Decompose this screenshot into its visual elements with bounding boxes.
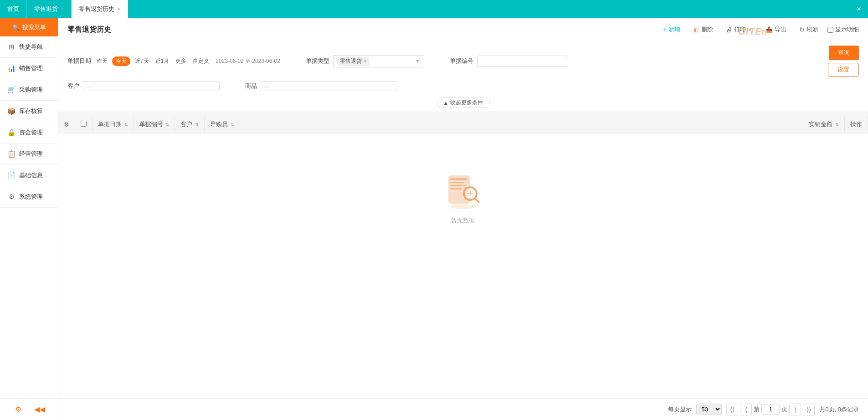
tab-retail-return[interactable]: 零售退货 × (27, 0, 72, 18)
show-detail-checkbox[interactable] (827, 27, 833, 33)
sidebar-item-quick-nav[interactable]: ⊞ 快捷导航 (0, 36, 58, 58)
finance-icon: 🔒 (7, 128, 15, 137)
refresh-icon: ↻ (799, 26, 805, 33)
total-info: 共0页, 0条记录 (819, 405, 859, 414)
th-doc-date-sort: ⇅ (124, 122, 128, 127)
customer-placeholder: ... (87, 83, 92, 89)
goods-placeholder: ... (265, 83, 269, 89)
th-actual-amount[interactable]: 实销金额 ⇅ (803, 116, 845, 133)
tab-retail-return-close[interactable]: × (61, 6, 64, 12)
empty-text: 暂无数据 (451, 216, 475, 225)
sidebar-item-basic-info[interactable]: 📄 基础信息 (0, 165, 58, 186)
query-btn[interactable]: 查询 (829, 46, 859, 60)
th-guide-label: 导购员 (210, 121, 228, 128)
th-customer[interactable]: 客户 ⇅ (175, 116, 205, 133)
collapse-label: 收起更多条件 (450, 99, 483, 107)
add-icon: + (663, 26, 667, 33)
customer-label: 客户 (67, 82, 79, 90)
sidebar-search-btn[interactable]: 🔍 搜索菜单 (0, 18, 58, 36)
brand-text: OfTEn (738, 26, 768, 37)
main-layout: 🔍 搜索菜单 ⊞ 快捷导航 📊 销售管理 🛒 采购管理 📦 库存核算 🔒 (0, 18, 868, 420)
collapse-btn[interactable]: ▲ 收起更多条件 (437, 97, 490, 108)
page-first-btn[interactable]: ⟨⟨ (726, 404, 738, 415)
doc-number-filter-field: 单据编号 (450, 56, 568, 67)
select-all-checkbox[interactable] (81, 121, 87, 127)
goods-input[interactable]: ... (261, 81, 397, 91)
doc-number-input[interactable] (477, 56, 568, 67)
date-btn-custom[interactable]: 自定义 (191, 56, 211, 66)
tab-retail-return-label: 零售退货 (34, 5, 58, 13)
sidebar-item-inventory-label: 库存核算 (19, 107, 43, 115)
th-doc-number[interactable]: 单据编号 ⇅ (134, 116, 175, 133)
page-next-btn[interactable]: ⟩ (789, 404, 801, 415)
customer-filter-field: 客户 ... (67, 81, 220, 91)
settings-btn[interactable]: 设置 (828, 63, 859, 77)
export-label: 导出 (775, 26, 786, 34)
pagination: 每页显示 10 20 50 100 ⟨⟨ ⟨ 第 页 ⟩ ⟩⟩ 共0页, 0条记… (58, 398, 868, 420)
delete-btn[interactable]: 🗑 删除 (689, 24, 717, 36)
filter-area: 单据日期 昨天 今天 近7天 近1月 更多 自定义 2023-06-02 至 2… (67, 41, 859, 112)
basic-info-icon: 📄 (7, 171, 15, 179)
sidebar-item-sys-mgmt[interactable]: ⚙ 系统管理 (0, 186, 58, 208)
sidebar-item-purchase-mgmt[interactable]: 🛒 采购管理 (0, 79, 58, 101)
sidebar-bottom: ⚙ ◀◀ (0, 398, 58, 420)
table-body: 暂无数据 (58, 133, 868, 252)
th-doc-number-label: 单据编号 (139, 121, 163, 128)
tab-list: 首页 零售退货 × 零售退货历史 × (0, 0, 425, 18)
sidebar-settings-btn[interactable]: ⚙ (11, 403, 25, 416)
page-last-btn[interactable]: ⟩⟩ (803, 404, 815, 415)
date-btn-yesterday[interactable]: 昨天 (95, 56, 109, 66)
th-doc-date[interactable]: 单据日期 ⇅ (92, 116, 134, 133)
collapse-row: ▲ 收起更多条件 (67, 96, 859, 112)
sidebar-item-sales-mgmt[interactable]: 📊 销售管理 (0, 58, 58, 79)
page-nav: ⟨⟨ ⟨ 第 页 ⟩ ⟩⟩ (726, 404, 815, 415)
topbar-close-btn[interactable]: × (850, 0, 868, 18)
goods-filter-field: 商品 ... (245, 81, 397, 91)
sidebar-item-operations[interactable]: 📋 经营管理 (0, 143, 58, 165)
settings-gear-icon: ⚙ (64, 121, 69, 128)
tab-home[interactable]: 首页 (0, 0, 27, 18)
date-btn-1month[interactable]: 近1月 (154, 56, 171, 66)
customer-input[interactable]: ... (83, 81, 220, 91)
date-btn-today[interactable]: 今天 (112, 56, 130, 66)
th-checkbox[interactable] (75, 116, 92, 133)
th-actual-amount-label: 实销金额 (809, 121, 832, 128)
th-customer-sort: ⇅ (195, 122, 199, 127)
add-btn[interactable]: + 新增 (659, 24, 684, 36)
th-guide[interactable]: 导购员 ⇅ (204, 116, 240, 133)
delete-icon: 🗑 (693, 26, 699, 33)
refresh-label: 刷新 (806, 26, 818, 34)
filter-row-1: 单据日期 昨天 今天 近7天 近1月 更多 自定义 2023-06-02 至 2… (67, 46, 859, 77)
per-page-select[interactable]: 10 20 50 100 (696, 404, 722, 415)
doc-type-tag-value: 零售退货 (340, 57, 362, 65)
doc-type-tag-remove[interactable]: × (364, 58, 366, 64)
th-actual-amount-sort: ⇅ (835, 122, 839, 127)
page-number-input[interactable] (761, 404, 780, 415)
show-detail-check[interactable]: 显示明细 (827, 26, 859, 34)
date-btn-more[interactable]: 更多 (174, 56, 188, 66)
sidebar-item-finance-label: 资金管理 (19, 128, 43, 137)
doc-type-input[interactable]: 零售退货 × ▼ (333, 55, 424, 67)
tab-retail-return-history-close[interactable]: × (117, 6, 120, 12)
print-icon: 🖨 (726, 26, 732, 33)
table-area: ⚙ 单据日期 ⇅ 单据编号 ⇅ (58, 116, 868, 398)
th-settings[interactable]: ⚙ (58, 116, 75, 133)
tab-retail-return-history-label: 零售退货历史 (79, 5, 114, 13)
content-area: 零售退货历史 + 新增 🗑 删除 🖨 打印 ▼ (58, 18, 868, 420)
doc-type-tag: 零售退货 × (337, 57, 369, 66)
table-header-row: ⚙ 单据日期 ⇅ 单据编号 ⇅ (58, 116, 868, 133)
th-customer-label: 客户 (180, 121, 192, 128)
search-icon: 🔍 (12, 24, 20, 31)
sidebar-item-inventory[interactable]: 📦 库存核算 (0, 101, 58, 122)
quick-nav-icon: ⊞ (7, 43, 15, 51)
svg-rect-5 (450, 188, 462, 190)
page-prev-btn[interactable]: ⟨ (740, 404, 752, 415)
doc-type-label: 单据类型 (306, 57, 329, 65)
date-range-display: 2023-06-02 至 2023-06-02 (216, 57, 280, 65)
sidebar-item-finance[interactable]: 🔒 资金管理 (0, 122, 58, 143)
sidebar-audio-btn[interactable]: ◀◀ (33, 403, 46, 416)
th-doc-date-label: 单据日期 (98, 121, 122, 128)
tab-retail-return-history[interactable]: 零售退货历史 × (72, 0, 128, 18)
date-btn-7days[interactable]: 近7天 (133, 56, 151, 66)
refresh-btn[interactable]: ↻ 刷新 (796, 24, 822, 36)
